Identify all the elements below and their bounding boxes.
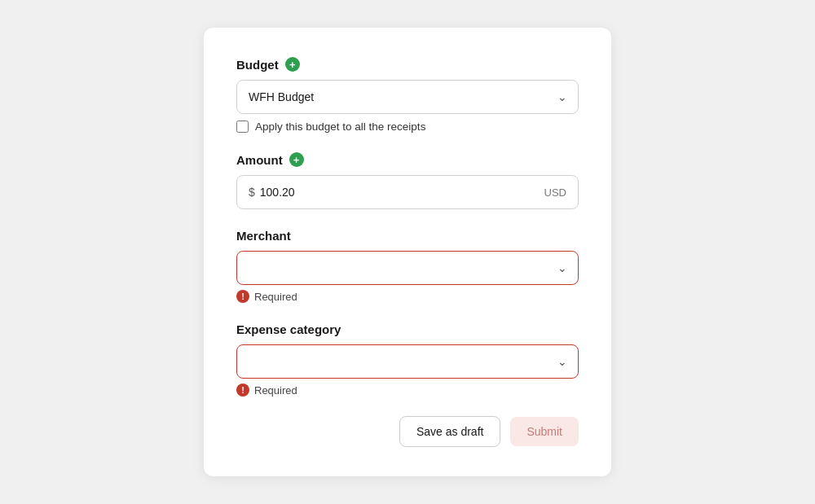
- budget-label: Budget: [236, 57, 579, 72]
- budget-dropdown-value: WFH Budget: [249, 90, 314, 103]
- submit-button[interactable]: Submit: [510, 417, 579, 446]
- expense-category-dropdown-wrapper: ⌄: [236, 344, 579, 379]
- budget-plus-icon: [285, 57, 300, 72]
- expense-category-field-group: Expense category ⌄ Required: [236, 322, 579, 397]
- amount-field-group: Amount $ 100.20 USD: [236, 152, 579, 209]
- amount-currency: USD: [544, 186, 566, 199]
- budget-field-group: Budget WFH Budget ⌄ Apply this budget to…: [236, 57, 579, 133]
- budget-checkbox-row: Apply this budget to all the receipts: [236, 121, 579, 133]
- form-actions: Save as draft Submit: [236, 416, 579, 447]
- expense-category-label-text: Expense category: [236, 322, 341, 336]
- budget-checkbox[interactable]: [236, 121, 249, 133]
- budget-label-text: Budget: [236, 58, 279, 72]
- amount-input-wrapper: $ 100.20 USD: [236, 175, 579, 209]
- expense-category-dropdown[interactable]: [236, 344, 579, 379]
- amount-value: 100.20: [260, 186, 538, 199]
- amount-plus-icon: [289, 152, 304, 167]
- form-card: Budget WFH Budget ⌄ Apply this budget to…: [204, 28, 611, 476]
- expense-category-error-row: Required: [236, 383, 579, 397]
- merchant-error-text: Required: [254, 291, 297, 303]
- amount-label-text: Amount: [236, 153, 283, 167]
- expense-category-label: Expense category: [236, 322, 579, 336]
- expense-category-error-icon: [236, 383, 249, 397]
- merchant-label: Merchant: [236, 229, 579, 243]
- amount-prefix: $: [249, 186, 255, 199]
- budget-dropdown[interactable]: WFH Budget: [236, 80, 579, 114]
- expense-category-error-text: Required: [254, 384, 297, 397]
- save-draft-button[interactable]: Save as draft: [399, 416, 501, 447]
- budget-checkbox-label: Apply this budget to all the receipts: [255, 121, 425, 133]
- merchant-error-row: Required: [236, 290, 579, 303]
- merchant-dropdown-wrapper: ⌄: [236, 251, 579, 285]
- budget-dropdown-wrapper: WFH Budget ⌄: [236, 80, 579, 114]
- merchant-label-text: Merchant: [236, 229, 291, 243]
- merchant-error-icon: [236, 290, 249, 303]
- amount-label: Amount: [236, 152, 579, 167]
- merchant-dropdown[interactable]: [236, 251, 579, 285]
- merchant-field-group: Merchant ⌄ Required: [236, 229, 579, 303]
